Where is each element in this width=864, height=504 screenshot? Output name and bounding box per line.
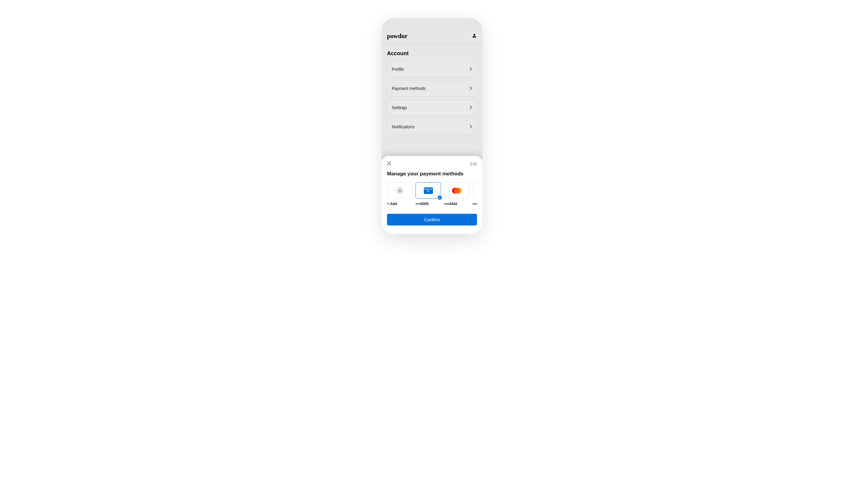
card-label: ••••42 — [472, 202, 477, 206]
card-item-mastercard: ••••4444 — [444, 182, 469, 206]
confirm-button[interactable]: Confirm — [387, 214, 477, 225]
add-card-button[interactable] — [387, 182, 412, 199]
sheet-title: Manage your payment methods — [387, 171, 477, 177]
menu-item-label: Payment methods — [392, 86, 426, 91]
app-header: powdur — [382, 18, 482, 45]
section-title: Account — [387, 50, 477, 57]
chevron-right-icon — [470, 66, 472, 72]
payment-sheet: Edit Manage your payment methods + Add A… — [382, 156, 482, 234]
edit-link[interactable]: Edit — [470, 162, 477, 167]
payment-cards-row[interactable]: + Add AMERICAN EX ••••0005 — [387, 182, 477, 206]
account-section: Account Profile Payment methods Settings… — [382, 45, 482, 143]
menu-item-payment-methods[interactable]: Payment methods — [387, 81, 477, 97]
add-card-item: + Add — [387, 182, 412, 206]
plus-icon — [396, 187, 404, 194]
mastercard-icon — [452, 188, 462, 194]
chevron-right-icon — [470, 86, 472, 91]
card-label: ••••0005 — [416, 202, 441, 206]
menu-item-notifications[interactable]: Notifications — [387, 119, 477, 135]
menu-item-settings[interactable]: Settings — [387, 100, 477, 116]
chevron-right-icon — [470, 105, 472, 110]
card-label: ••••4444 — [444, 202, 469, 206]
card-label: + Add — [387, 202, 412, 206]
chevron-right-icon — [470, 124, 472, 130]
amex-icon: AMERICAN EX — [424, 187, 433, 194]
card-mastercard[interactable] — [444, 182, 469, 199]
menu-item-label: Profile — [392, 67, 404, 72]
close-button[interactable] — [387, 161, 391, 167]
card-amex[interactable]: AMERICAN EX — [416, 182, 441, 199]
menu-item-label: Settings — [392, 105, 407, 110]
phone-frame: powdur Account Profile Payment methods S… — [382, 18, 482, 234]
sheet-header: Edit — [387, 161, 477, 167]
card-item-visa: V ••••42 — [472, 182, 477, 206]
brand-logo: powdur — [387, 33, 407, 40]
card-item-amex: AMERICAN EX ••••0005 — [416, 182, 441, 206]
check-icon — [437, 195, 443, 200]
card-visa[interactable]: V — [472, 182, 477, 199]
menu-item-label: Notifications — [392, 124, 415, 129]
user-icon[interactable] — [472, 33, 477, 40]
menu-item-profile[interactable]: Profile — [387, 61, 477, 77]
